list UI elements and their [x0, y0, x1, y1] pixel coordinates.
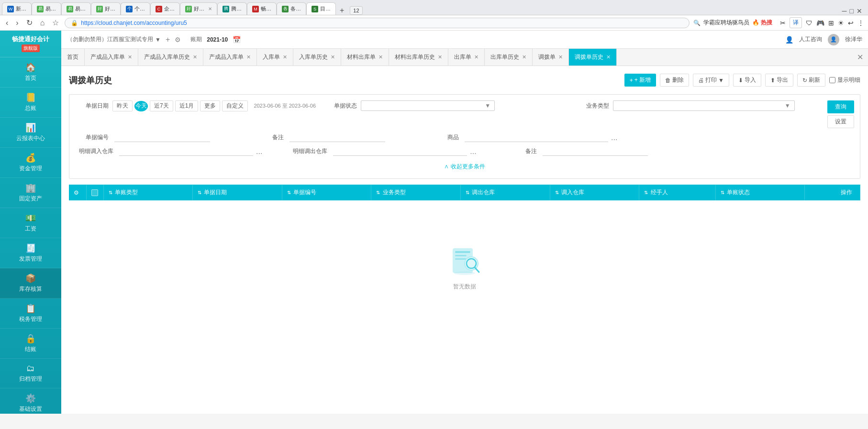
app-tab-close-9[interactable]: ✕ [522, 54, 526, 60]
sidebar-item-inventory[interactable]: 📦 库存核算 [0, 268, 61, 298]
browser-tab-close-7[interactable]: ✕ [208, 6, 212, 11]
detail-note-input[interactable] [543, 147, 648, 156]
detail-out-more-btn[interactable]: ... [469, 147, 477, 156]
app-tab-close-8[interactable]: ✕ [474, 54, 479, 60]
today-btn[interactable]: 今天 [134, 101, 148, 111]
maximize-btn[interactable]: □ [850, 7, 854, 15]
star-btn[interactable]: ☆ [50, 17, 61, 28]
minimize-btn[interactable]: ─ [842, 7, 847, 15]
1month-btn[interactable]: 近1月 [175, 100, 199, 111]
calendar-icon[interactable]: 📅 [233, 36, 241, 44]
sidebar-item-ledger[interactable]: 📒 总账 [0, 88, 61, 118]
th-type[interactable]: ⇅ 单账类型 [103, 185, 193, 200]
refresh-btn[interactable]: ↻ 刷新 [797, 74, 825, 87]
browser-tab-3[interactable]: 易 易… [61, 2, 91, 15]
th-handler[interactable]: ⇅ 经手人 [639, 185, 715, 200]
sidebar-item-reports[interactable]: 📊 云报表中心 [0, 118, 61, 148]
th-status[interactable]: ⇅ 单账状态 [715, 185, 805, 200]
app-tab-3[interactable]: 产成品入库单 ✕ [203, 49, 257, 66]
browser-tab-7[interactable]: 好 好… ✕ [180, 2, 217, 15]
close-all-tabs-btn[interactable]: ✕ [852, 53, 868, 62]
close-btn[interactable]: ✕ [857, 7, 862, 15]
app-tab-6[interactable]: 材料出库单 ✕ [341, 49, 389, 66]
settings-cog-btn[interactable]: ⚙ [175, 36, 181, 44]
status-select[interactable]: ▼ [361, 100, 495, 111]
browser-tab-4[interactable]: 好 好… [91, 2, 121, 15]
app-tab-close-11[interactable]: ✕ [606, 54, 611, 60]
new-browser-tab-btn[interactable]: + [336, 6, 348, 15]
select-all-checkbox[interactable] [91, 189, 98, 196]
app-tab-8[interactable]: 出库单 ✕ [448, 49, 485, 66]
browser-tab-5[interactable]: 个 个… [121, 2, 150, 15]
sidebar-item-invoice[interactable]: 🧾 发票管理 [0, 238, 61, 268]
app-tab-11[interactable]: 调拨单历史 ✕ [569, 49, 617, 66]
app-tab-home[interactable]: 首页 [61, 49, 85, 66]
custom-date-btn[interactable]: 自定义 [222, 100, 248, 111]
sidebar-item-home[interactable]: 🏠 首页 [0, 57, 61, 88]
print-btn[interactable]: 🖨 打印 ▼ [693, 74, 729, 87]
yesterday-btn[interactable]: 昨天 [112, 100, 133, 111]
app-tab-close-7[interactable]: ✕ [438, 54, 442, 60]
goods-input[interactable] [465, 133, 608, 142]
th-gear[interactable]: ⚙ [69, 185, 86, 200]
collapse-btn[interactable]: ∧ 收起更多条件 [75, 161, 854, 173]
translate-icon[interactable]: 译 [790, 17, 802, 28]
app-tab-close-1[interactable]: ✕ [128, 54, 132, 60]
biz-type-select[interactable]: ▼ [613, 100, 795, 111]
browser-tab-6[interactable]: C 企… [150, 2, 180, 15]
sidebar-item-wage[interactable]: 💵 工资 [0, 208, 61, 238]
new-btn[interactable]: + + 新增 [624, 74, 656, 87]
sidebar-item-tax[interactable]: 📋 税务管理 [0, 298, 61, 329]
back-btn[interactable]: ‹ [4, 18, 10, 28]
th-in-warehouse[interactable]: ⇅ 调入仓库 [550, 185, 639, 200]
browser-tab-9[interactable]: M 畅… [247, 2, 277, 15]
query-btn[interactable]: 查询 [827, 100, 854, 113]
app-tab-7[interactable]: 材料出库单历史 ✕ [389, 49, 448, 66]
app-tab-close-5[interactable]: ✕ [331, 54, 335, 60]
refresh-nav-btn[interactable]: ↻ [24, 17, 34, 28]
th-num[interactable]: ⇅ 单据编号 [282, 185, 371, 200]
tab-count-badge[interactable]: 12 [350, 6, 362, 15]
note-input[interactable] [289, 133, 385, 142]
th-biz-type[interactable]: ⇅ 业务类型 [371, 185, 461, 200]
app-tab-2[interactable]: 产成品入库单历史 ✕ [138, 49, 203, 66]
docnum-input[interactable] [114, 133, 210, 142]
add-company-btn[interactable]: + [166, 35, 170, 44]
more-date-btn[interactable]: 更多 [200, 100, 220, 111]
th-check[interactable] [86, 185, 103, 200]
forward-btn[interactable]: › [14, 18, 20, 28]
th-date[interactable]: ⇅ 单据日期 [193, 185, 282, 200]
delete-btn[interactable]: 🗑 删除 [660, 74, 689, 87]
app-tab-5[interactable]: 入库单历史 ✕ [293, 49, 341, 66]
app-tab-close-2[interactable]: ✕ [193, 54, 197, 60]
show-cols-checkbox[interactable] [829, 77, 835, 83]
address-bar[interactable]: 🔒 https://cloud.chanjet.com/accounting/u… [65, 18, 689, 28]
app-tab-close-3[interactable]: ✕ [246, 54, 251, 60]
browser-tab-8[interactable]: 腾 腾… [217, 2, 247, 15]
detail-in-more-btn[interactable]: ... [255, 147, 263, 156]
app-tab-close-10[interactable]: ✕ [558, 54, 563, 60]
browser-tab-10[interactable]: 各 各… [277, 2, 306, 15]
app-tab-close-6[interactable]: ✕ [378, 54, 383, 60]
app-tab-4[interactable]: 入库单 ✕ [257, 49, 293, 66]
sidebar-item-closing[interactable]: 🔒 结账 [0, 329, 61, 359]
company-selector[interactable]: （勿删勿禁用）江西服宝测试专用 ▼ [67, 35, 161, 44]
menu-icon[interactable]: ⋮ [857, 19, 864, 27]
app-tab-10[interactable]: 调拨单 ✕ [533, 49, 569, 66]
sidebar-item-funds[interactable]: 💰 资金管理 [0, 148, 61, 178]
th-out-warehouse[interactable]: ⇅ 调出仓库 [461, 185, 550, 200]
import-btn[interactable]: ⬇ 导入 [733, 74, 761, 87]
customer-service-label[interactable]: 人工咨询 [799, 35, 822, 44]
app-tab-close-4[interactable]: ✕ [283, 54, 287, 60]
browser-tab-11[interactable]: S 目… [306, 2, 336, 15]
sidebar-item-archive[interactable]: 🗂 归档管理 [0, 359, 61, 388]
home-nav-btn[interactable]: ⌂ [38, 18, 47, 28]
detail-in-input[interactable] [119, 147, 253, 156]
browser-tab-2[interactable]: 易 易… [32, 2, 61, 15]
app-tab-1[interactable]: 产成品入库单 ✕ [85, 49, 138, 66]
goods-more-btn[interactable]: ... [610, 133, 618, 142]
7days-btn[interactable]: 近7天 [150, 100, 173, 111]
sidebar-item-settings[interactable]: ⚙️ 基础设置 [0, 388, 61, 414]
browser-tab-1[interactable]: W 新… [2, 2, 32, 15]
sidebar-item-assets[interactable]: 🏢 固定资产 [0, 178, 61, 208]
